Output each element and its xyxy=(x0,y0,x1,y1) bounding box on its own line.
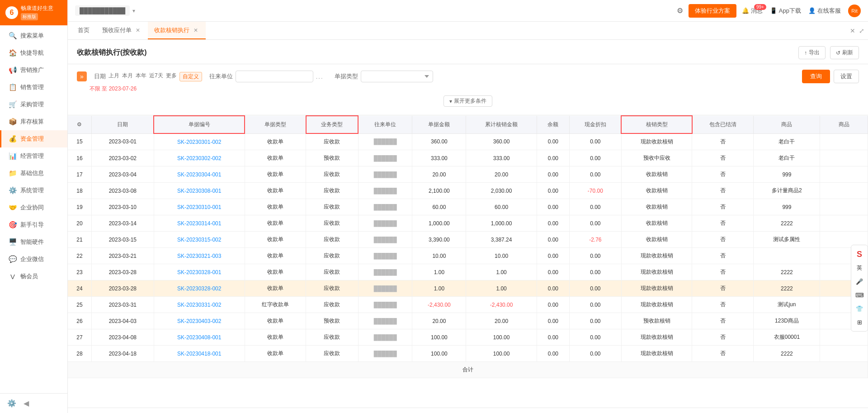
cell-partner: ██████ xyxy=(358,297,412,313)
online-service-label: 在线客服 xyxy=(817,7,841,15)
workspace-selector[interactable]: ███████████ ▾ xyxy=(75,5,671,16)
col-partner[interactable]: 往来单位 xyxy=(358,116,412,133)
tab-prepay[interactable]: 预收应付单 ✕ xyxy=(96,22,148,39)
cell-include-settled: 否 xyxy=(692,199,754,215)
filter-date-this-month[interactable]: 本月 xyxy=(122,72,133,81)
col-date[interactable]: 日期 xyxy=(91,116,154,133)
floating-shirt-icon[interactable]: 👕 xyxy=(853,302,866,315)
bill-no-link[interactable]: SK-20230331-002 xyxy=(177,302,221,308)
col-cancel-type[interactable]: 核销类型 xyxy=(621,116,692,133)
col-settings[interactable]: ⚙ xyxy=(68,116,91,133)
bill-no-link[interactable]: SK-20230301-002 xyxy=(177,139,221,145)
filter-date-custom[interactable]: 自定义 xyxy=(179,72,202,81)
filter-partner-input[interactable] xyxy=(236,71,313,82)
sidebar-item-basic[interactable]: 📁 基础信息 xyxy=(0,165,67,182)
cell-biz-type: 应收款 xyxy=(306,133,359,150)
col-include-settled[interactable]: 包含已结清 xyxy=(692,116,754,133)
bill-no-link[interactable]: SK-20230302-002 xyxy=(177,155,221,161)
filter-date-more[interactable]: 更多 xyxy=(166,72,177,81)
horizontal-scrollbar[interactable] xyxy=(68,408,868,413)
cell-date: 2023-03-10 xyxy=(91,199,154,215)
col-bill-no[interactable]: 单据编号 xyxy=(154,116,245,133)
app-download-button[interactable]: 📱 App下载 xyxy=(770,7,801,15)
cell-include-settled: 否 xyxy=(692,215,754,232)
filter-collapse-button[interactable]: » xyxy=(77,71,87,81)
col-product2[interactable]: 商品 xyxy=(820,116,868,133)
bill-no-link[interactable]: SK-20230418-001 xyxy=(177,351,221,357)
bill-no-link[interactable]: SK-20230328-001 xyxy=(177,269,221,275)
sidebar-item-hardware[interactable]: 🖥️ 智能硬件 xyxy=(0,233,67,251)
sidebar-item-sales[interactable]: 📋 销售管理 xyxy=(0,79,67,96)
bill-no-link[interactable]: SK-20230408-001 xyxy=(177,334,221,341)
col-bill-type[interactable]: 单据类型 xyxy=(245,116,306,133)
sidebar-settings-icon[interactable]: ⚙️ xyxy=(7,399,16,408)
filter-date-last-month[interactable]: 上月 xyxy=(108,72,119,81)
cell-cancel-type: 收款核销 xyxy=(621,199,692,215)
col-cancel-amount[interactable]: 累计核销金额 xyxy=(466,116,537,133)
bill-no-link[interactable]: SK-20230308-001 xyxy=(177,188,221,194)
tab-expand-icon[interactable]: ⤢ xyxy=(859,27,864,34)
topbar-gear-icon[interactable]: ⚙ xyxy=(677,6,683,15)
tab-collection[interactable]: 收款核销执行 ✕ xyxy=(148,22,206,39)
cell-discount: -2.76 xyxy=(569,232,621,248)
export-button[interactable]: ↑ 导出 xyxy=(798,46,826,59)
sidebar-item-member[interactable]: V 畅会员 xyxy=(0,268,67,285)
avatar[interactable]: Rit xyxy=(848,5,861,17)
cell-amount: 1.00 xyxy=(412,280,466,297)
bill-no-link[interactable]: SK-20230314-001 xyxy=(177,220,221,227)
sidebar-collapse-icon[interactable]: ◀ xyxy=(24,399,29,408)
col-balance[interactable]: 余额 xyxy=(537,116,569,133)
col-discount[interactable]: 现金折扣 xyxy=(569,116,621,133)
sidebar-item-inventory[interactable]: 📦 库存核算 xyxy=(0,113,67,130)
solution-button[interactable]: 体验行业方案 xyxy=(689,4,736,18)
settings-button[interactable]: 设置 xyxy=(834,70,859,83)
floating-english-icon[interactable]: 英 xyxy=(853,261,866,274)
bill-no-link[interactable]: SK-20230304-001 xyxy=(177,171,221,178)
tab-collection-close-icon[interactable]: ✕ xyxy=(192,27,199,34)
sidebar-item-label: 畅会员 xyxy=(20,272,38,280)
table-row: 26 2023-04-03 SK-20230403-002 收款单 预收款 ██… xyxy=(68,313,868,329)
sogou-s-icon[interactable]: S xyxy=(853,248,866,261)
filter-date-7days[interactable]: 近7天 xyxy=(149,72,163,81)
sidebar-item-corp[interactable]: 🤝 企业协同 xyxy=(0,199,67,216)
sidebar-item-finance[interactable]: 💰 资金管理 xyxy=(0,130,67,147)
bill-no-link[interactable]: SK-20230403-002 xyxy=(177,318,221,324)
bill-no-link[interactable]: SK-20230321-003 xyxy=(177,253,221,259)
filter-bill-type-select[interactable] xyxy=(361,71,433,82)
table-row: 16 2023-03-02 SK-20230302-002 收款单 预收款 ██… xyxy=(68,150,868,166)
query-button[interactable]: 查询 xyxy=(802,70,830,83)
bill-no-link[interactable]: SK-20230310-001 xyxy=(177,204,221,210)
sidebar-item-search[interactable]: 🔍 搜索菜单 xyxy=(0,27,67,44)
sidebar-item-marketing[interactable]: 📢 营销推广 xyxy=(0,62,67,79)
cell-no: 23 xyxy=(68,264,91,280)
sidebar-item-quick[interactable]: 🏠 快捷导航 xyxy=(0,44,67,62)
tab-close-all-icon[interactable]: ✕ xyxy=(850,27,855,34)
filter-date-this-year[interactable]: 本年 xyxy=(136,72,146,81)
cell-balance: 0.00 xyxy=(537,280,569,297)
sidebar-item-operation[interactable]: 📊 经营管理 xyxy=(0,147,67,165)
col-amount[interactable]: 单据金额 xyxy=(412,116,466,133)
bill-no-link[interactable]: SK-20230328-002 xyxy=(177,285,221,292)
col-biz-type[interactable]: 业务类型 xyxy=(306,116,359,133)
sidebar-item-wechat[interactable]: 💬 企业微信 xyxy=(0,251,67,268)
sidebar-item-label: 快捷导航 xyxy=(20,49,44,57)
bill-no-link[interactable]: SK-20230315-002 xyxy=(177,237,221,243)
cell-partner: ██████ xyxy=(358,248,412,264)
notification-badge: 99+ xyxy=(754,4,766,10)
cell-product: 999 xyxy=(754,166,820,183)
floating-keyboard-icon[interactable]: ⌨ xyxy=(853,289,866,301)
tab-prepay-close-icon[interactable]: ✕ xyxy=(134,27,142,34)
floating-grid-icon[interactable]: ⊞ xyxy=(853,316,866,328)
col-product[interactable]: 商品 xyxy=(754,116,820,133)
refresh-button[interactable]: ↺ 刷新 xyxy=(830,46,859,59)
expand-more-button[interactable]: ▾ 展开更多条件 xyxy=(443,95,492,107)
cell-balance: 0.00 xyxy=(537,183,569,199)
tab-home[interactable]: 首页 xyxy=(71,22,96,39)
sidebar-item-guide[interactable]: 🎯 新手引导 xyxy=(0,216,67,233)
sidebar-item-purchase[interactable]: 🛒 采购管理 xyxy=(0,96,67,113)
notification-button[interactable]: 🔔 消息 99+ xyxy=(742,7,763,15)
online-service-button[interactable]: 👤 在线客服 xyxy=(808,7,841,15)
cell-product2 xyxy=(820,150,868,166)
sidebar-item-system[interactable]: ⚙️ 系统管理 xyxy=(0,182,67,199)
floating-mic-icon[interactable]: 🎤 xyxy=(853,275,866,288)
